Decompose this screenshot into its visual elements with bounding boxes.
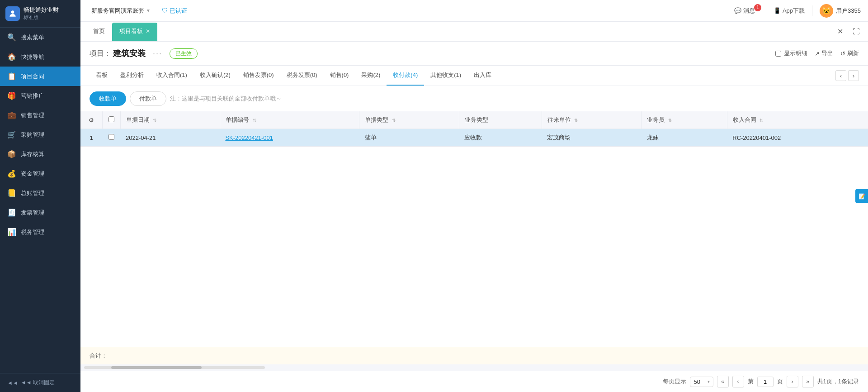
sidebar-item-label: 快捷导航 xyxy=(21,53,44,61)
show-detail-checkbox[interactable]: 显示明细 xyxy=(775,49,807,57)
sub-tab-navigation: ‹ › xyxy=(835,70,859,81)
account-name: 新服务官网演示账套 xyxy=(91,7,144,15)
marketing-icon: 🎁 xyxy=(7,91,16,100)
th-date[interactable]: 单据日期 ⇅ xyxy=(120,111,220,129)
invoice-icon: 🧾 xyxy=(7,208,16,217)
tab-home-label: 首页 xyxy=(93,27,105,35)
sidebar-item-label: 营销推广 xyxy=(21,92,44,100)
first-page-button[interactable]: « xyxy=(717,376,729,387)
sidebar: 畅捷通好业财 标准版 🔍 搜索菜单 🏠 快捷导航 📋 项目合同 🎁 营销推广 💼… xyxy=(0,0,80,392)
th-checkbox xyxy=(102,111,120,129)
svg-point-0 xyxy=(11,10,14,14)
home-icon: 🏠 xyxy=(7,53,16,61)
sort-icon: ⇅ xyxy=(668,118,672,123)
app-logo xyxy=(5,6,20,21)
page-number-input[interactable] xyxy=(757,377,774,387)
sidebar-item-project-contract[interactable]: 📋 项目合同 xyxy=(0,67,80,86)
sub-tab-income-confirm[interactable]: 收入确认(2) xyxy=(193,66,237,86)
th-type[interactable]: 单据类型 ⇅ xyxy=(359,111,459,129)
sub-tabs: 看板 盈利分析 收入合同(1) 收入确认(2) 销售发票(0) 税务发票(0) … xyxy=(80,66,868,86)
row-checkbox[interactable] xyxy=(108,134,114,140)
app-download-button[interactable]: 📱 App下载 xyxy=(774,7,805,15)
sidebar-item-label: 销售管理 xyxy=(21,111,44,120)
maximize-window-button[interactable]: ⛶ xyxy=(850,25,863,38)
ledger-icon: 📒 xyxy=(7,189,16,197)
sub-tab-payment[interactable]: 收付款(4) xyxy=(387,66,424,86)
show-detail-label: 显示明细 xyxy=(784,49,807,57)
sub-tab-prev-button[interactable]: ‹ xyxy=(835,70,846,81)
close-window-button[interactable]: ✕ xyxy=(834,25,846,38)
total-info: 共1页，1条记录 xyxy=(817,378,859,386)
sidebar-item-marketing[interactable]: 🎁 营销推广 xyxy=(0,86,80,105)
horizontal-scrollbar[interactable] xyxy=(84,366,265,369)
th-partner[interactable]: 往来单位 ⇅ xyxy=(542,111,641,129)
page-label: 第 xyxy=(748,378,754,386)
message-badge: 1 xyxy=(754,4,761,11)
sidebar-item-tax[interactable]: 📊 税务管理 xyxy=(0,222,80,242)
sidebar-unpin-button[interactable]: ◄◄ ◄◄ 取消固定 xyxy=(0,373,80,392)
sub-tab-income-contract[interactable]: 收入合同(1) xyxy=(150,66,193,86)
select-all-checkbox[interactable] xyxy=(108,116,114,122)
next-page-button[interactable]: › xyxy=(787,376,798,387)
scrollbar-thumb[interactable] xyxy=(111,366,202,369)
sub-tab-other[interactable]: 其他收支(1) xyxy=(424,66,467,86)
sidebar-item-sales[interactable]: 💼 销售管理 xyxy=(0,105,80,125)
project-more-button[interactable]: ··· xyxy=(153,49,162,58)
sidebar-item-funds[interactable]: 💰 资金管理 xyxy=(0,164,80,183)
account-selector[interactable]: 新服务官网演示账套 ▼ xyxy=(88,5,154,17)
sub-tab-kanban[interactable]: 看板 xyxy=(90,66,114,86)
sub-tab-sales-invoice[interactable]: 销售发票(0) xyxy=(237,66,280,86)
refresh-label: 刷新 xyxy=(847,49,859,57)
project-label: 项目： xyxy=(90,49,111,58)
th-number[interactable]: 单据编号 ⇅ xyxy=(220,111,359,129)
td-checkbox[interactable] xyxy=(102,129,120,147)
project-name: 建筑安装 xyxy=(113,48,146,59)
topbar: 新服务官网演示账套 ▼ 🛡 已认证 💬 消息 1 📱 App下载 🐱 xyxy=(80,0,868,22)
sidebar-item-ledger[interactable]: 📒 总账管理 xyxy=(0,183,80,203)
sub-tab-profit[interactable]: 盈利分析 xyxy=(114,66,150,86)
table-row[interactable]: 1 2022-04-21 SK-20220421-001 蓝单 应收款 宏茂商场… xyxy=(80,129,868,147)
app-name: 畅捷通好业财 xyxy=(24,6,59,14)
sidebar-item-quick-nav[interactable]: 🏠 快捷导航 xyxy=(0,47,80,67)
td-type: 蓝单 xyxy=(359,129,459,147)
th-settings[interactable]: ⚙ xyxy=(80,111,102,129)
export-button[interactable]: ↗ 导出 xyxy=(815,49,833,57)
project-header: 项目： 建筑安装 ··· 已生效 显示明细 ↗ 导出 ↺ 刷新 xyxy=(80,42,868,66)
sub-tab-warehouse[interactable]: 出入库 xyxy=(467,66,498,86)
sub-tab-purchase[interactable]: 采购(2) xyxy=(355,66,387,86)
tab-project-board[interactable]: 项目看板 ✕ xyxy=(112,23,157,41)
user-info[interactable]: 🐱 用户3355 xyxy=(820,4,861,18)
td-number[interactable]: SK-20220421-001 xyxy=(220,129,359,147)
sidebar-item-inventory[interactable]: 📦 库存核算 xyxy=(0,144,80,164)
sub-tab-tax-invoice[interactable]: 税务发票(0) xyxy=(280,66,324,86)
certified-text: 已认证 xyxy=(170,7,187,15)
payments-toggle-button[interactable]: 付款单 xyxy=(130,91,166,106)
sub-tab-sales[interactable]: 销售(0) xyxy=(324,66,355,86)
refresh-button[interactable]: ↺ 刷新 xyxy=(840,49,859,57)
floating-right-button[interactable]: 📝 xyxy=(855,189,868,203)
divider xyxy=(812,5,812,16)
footer-total-label: 合计： xyxy=(90,352,107,359)
page-size-wrapper: 50 100 200 xyxy=(690,377,713,387)
tab-close-icon[interactable]: ✕ xyxy=(146,28,150,34)
funds-icon: 💰 xyxy=(7,169,16,178)
sub-tab-next-button[interactable]: › xyxy=(848,70,859,81)
avatar: 🐱 xyxy=(820,4,833,18)
receipts-toggle-button[interactable]: 收款单 xyxy=(90,91,126,106)
topbar-right: 💬 消息 1 📱 App下载 🐱 用户3355 xyxy=(731,4,861,18)
show-detail-input[interactable] xyxy=(775,51,781,57)
sidebar-item-search[interactable]: 🔍 搜索菜单 xyxy=(0,28,80,47)
header-actions: 显示明细 ↗ 导出 ↺ 刷新 xyxy=(775,49,859,57)
page-size-select[interactable]: 50 100 200 xyxy=(690,377,713,387)
sidebar-item-label: 税务管理 xyxy=(21,228,44,236)
message-button[interactable]: 💬 消息 1 xyxy=(731,7,759,15)
sidebar-item-purchase[interactable]: 🛒 采购管理 xyxy=(0,125,80,144)
tab-home[interactable]: 首页 xyxy=(86,23,112,41)
sidebar-item-invoice[interactable]: 🧾 发票管理 xyxy=(0,203,80,222)
document-number-link[interactable]: SK-20220421-001 xyxy=(225,134,273,141)
last-page-button[interactable]: » xyxy=(802,376,814,387)
prev-page-button[interactable]: ‹ xyxy=(732,376,744,387)
th-salesman[interactable]: 业务员 ⇅ xyxy=(642,111,727,129)
sidebar-item-label: 库存核算 xyxy=(21,150,44,158)
th-contract[interactable]: 收入合同 ⇅ xyxy=(727,111,868,129)
